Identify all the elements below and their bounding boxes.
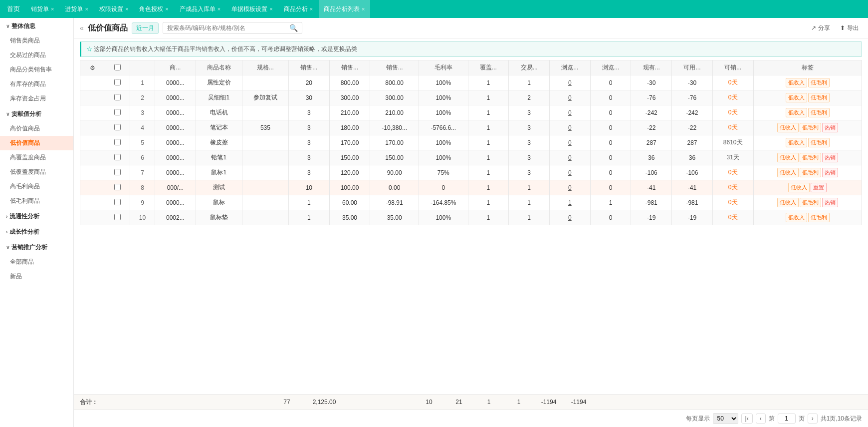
row-checkbox[interactable] [114, 94, 121, 100]
th-settings[interactable]: ⚙ [80, 60, 105, 75]
td-check[interactable] [105, 105, 130, 120]
th-sales-cost[interactable]: 销售... [370, 60, 419, 75]
th-transaction[interactable]: 交易... [509, 60, 550, 75]
th-sales-qty[interactable]: 销售... [288, 60, 329, 75]
share-button[interactable]: ↗ 分享 [808, 22, 833, 34]
th-coverage[interactable]: 覆盖... [468, 60, 509, 75]
row-checkbox[interactable] [114, 79, 121, 85]
th-spec[interactable]: 规格... [242, 60, 288, 75]
sidebar-item-low-value[interactable]: 低价值商品 [0, 136, 73, 150]
td-check[interactable] [105, 210, 130, 225]
tag-低收入: 低收入 [777, 123, 799, 132]
nav-role[interactable]: 角色授权 × [134, 0, 173, 18]
td-check[interactable] [105, 180, 130, 195]
filter-recent-month[interactable]: 近一月 [132, 22, 159, 34]
th-name[interactable]: 商品名称 [196, 60, 242, 75]
th-current[interactable]: 现有... [631, 60, 672, 75]
browse-link[interactable]: 0 [568, 94, 572, 101]
nav-template[interactable]: 单据模板设置 × [226, 0, 277, 18]
row-checkbox[interactable] [114, 199, 121, 205]
th-browse1[interactable]: 浏览... [550, 60, 591, 75]
sidebar-item-traded-products[interactable]: 交易过的商品 [0, 48, 73, 62]
nav-close-purchase[interactable]: × [85, 6, 88, 12]
browse-link[interactable]: 0 [568, 109, 572, 116]
nav-close-product-storage[interactable]: × [217, 6, 220, 12]
nav-product-analysis-list[interactable]: 商品分析列表 × [319, 0, 370, 18]
nav-product-storage[interactable]: 产成品入库单 × [175, 0, 225, 18]
td-check[interactable] [105, 150, 130, 165]
sidebar-item-stock-capital[interactable]: 库存资金占用 [0, 91, 73, 106]
page-size-select[interactable]: 50 100 200 [713, 413, 738, 424]
td-available: 287 [672, 135, 713, 150]
nav-purchase[interactable]: 进货单 × [60, 0, 93, 18]
th-available[interactable]: 可用... [672, 60, 713, 75]
nav-sales[interactable]: 销货单 × [26, 0, 59, 18]
td-check[interactable] [105, 120, 130, 135]
sidebar-item-all-products[interactable]: 全部商品 [0, 255, 73, 269]
row-checkbox[interactable] [114, 184, 121, 190]
nav-product-analysis[interactable]: 商品分析 × [279, 0, 318, 18]
search-icon[interactable]: 🔍 [289, 24, 298, 32]
sidebar-item-stock-products[interactable]: 有库存的商品 [0, 77, 73, 91]
sidebar-group-overall[interactable]: ∨ 整体信息 [0, 18, 73, 33]
browse-link[interactable]: 0 [568, 184, 572, 191]
row-checkbox[interactable] [114, 154, 121, 160]
search-input[interactable] [167, 24, 289, 31]
td-check[interactable] [105, 165, 130, 180]
browse-link[interactable]: 1 [568, 199, 572, 206]
browse-link[interactable]: 0 [568, 169, 572, 176]
nav-close-product-analysis[interactable]: × [310, 6, 313, 12]
first-page-button[interactable]: |‹ [741, 414, 753, 424]
browse-link[interactable]: 0 [568, 139, 572, 146]
browse-link[interactable]: 0 [568, 214, 572, 221]
export-button[interactable]: ⬆ 导出 [837, 22, 862, 34]
sidebar-item-high-margin[interactable]: 高毛利商品 [0, 179, 73, 194]
nav-permission[interactable]: 权限设置 × [94, 0, 133, 18]
browse-link[interactable]: 0 [568, 79, 572, 86]
th-code[interactable]: 商... [155, 60, 196, 75]
nav-close-role[interactable]: × [165, 6, 168, 12]
sidebar-item-low-coverage[interactable]: 低覆盖度商品 [0, 165, 73, 179]
sidebar-group-marketing[interactable]: ∨ 营销推广分析 [0, 239, 73, 255]
td-check[interactable] [105, 90, 130, 105]
nav-close-product-analysis-list[interactable]: × [362, 6, 365, 12]
prev-page-button[interactable]: ‹ [756, 414, 766, 424]
select-all-checkbox[interactable] [114, 64, 121, 70]
th-sellable[interactable]: 可销... [712, 60, 753, 75]
browse-link[interactable]: 0 [568, 154, 572, 161]
next-page-button[interactable]: › [808, 414, 818, 424]
sidebar-group-circulation[interactable]: › 流通性分析 [0, 208, 73, 224]
row-checkbox[interactable] [114, 169, 121, 175]
nav-close-sales[interactable]: × [51, 6, 54, 12]
td-check[interactable] [105, 75, 130, 90]
td-available: -19 [672, 210, 713, 225]
td-check[interactable] [105, 135, 130, 150]
sidebar-item-low-margin[interactable]: 低毛利商品 [0, 194, 73, 208]
sidebar-item-new-products[interactable]: 新品 [0, 269, 73, 284]
sidebar-group-contribution[interactable]: ∨ 贡献值分析 [0, 106, 73, 121]
row-checkbox[interactable] [114, 139, 121, 145]
td-sellable: 31天 [712, 150, 753, 165]
td-check[interactable] [105, 195, 130, 210]
row-checkbox[interactable] [114, 124, 121, 130]
browse-link[interactable]: 0 [568, 124, 572, 131]
td-code: 0000... [155, 135, 196, 150]
th-checkbox[interactable] [105, 60, 130, 75]
sidebar-group-growth[interactable]: › 成长性分析 [0, 224, 73, 239]
td-gross-rate: 100% [419, 105, 468, 120]
nav-home[interactable]: 首页 [2, 0, 25, 18]
sidebar-item-high-coverage[interactable]: 高覆盖度商品 [0, 150, 73, 165]
row-checkbox[interactable] [114, 109, 121, 115]
sidebar-item-high-value[interactable]: 高价值商品 [0, 121, 73, 136]
th-browse2[interactable]: 浏览... [590, 60, 631, 75]
row-checkbox[interactable] [114, 214, 121, 220]
th-sales-amount[interactable]: 销售... [329, 60, 370, 75]
th-gross-rate[interactable]: 毛利率 [419, 60, 468, 75]
sidebar-item-sales-products[interactable]: 销售类商品 [0, 33, 73, 48]
footer-transaction: 21 [444, 397, 474, 407]
nav-close-permission[interactable]: × [125, 6, 128, 12]
page-number-input[interactable] [778, 414, 796, 424]
sidebar-item-category-rate[interactable]: 商品分类销售率 [0, 62, 73, 77]
nav-close-template[interactable]: × [269, 6, 272, 12]
collapse-button[interactable]: « [80, 24, 84, 32]
